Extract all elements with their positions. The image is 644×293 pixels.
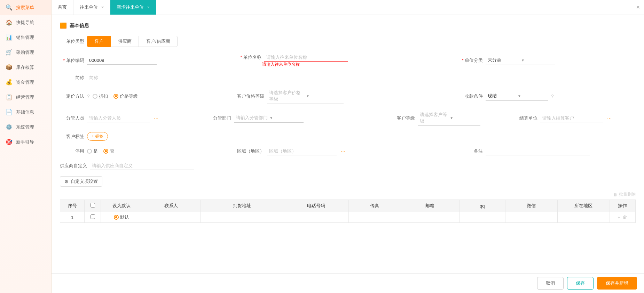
address-input[interactable]	[221, 215, 263, 220]
row-contact[interactable]	[142, 212, 200, 223]
region-more-btn[interactable]: ···	[339, 148, 347, 154]
sidebar-item-sales[interactable]: 📊 销售管理	[0, 30, 51, 45]
tab-home[interactable]: 首页	[52, 0, 73, 15]
sidebar-item-inventory[interactable]: 📦 库存核算	[0, 60, 51, 75]
operation-icon: 📋	[6, 94, 13, 100]
tab-new-partner[interactable]: 新增往来单位 ×	[110, 0, 156, 15]
wechat-input[interactable]	[519, 215, 543, 220]
row-email[interactable]	[401, 212, 459, 223]
customer-level-select[interactable]: 请选择客户等级 ▼	[418, 110, 480, 126]
pricing-help-icon[interactable]: ?	[87, 93, 90, 99]
unit-btn-both[interactable]: 客户/供应商	[139, 36, 178, 47]
department-select[interactable]: 请输入分管部门 ▼	[234, 113, 304, 123]
cancel-button[interactable]: 取消	[537, 277, 564, 290]
sidebar-item-label: 销售管理	[16, 34, 34, 41]
row-region[interactable]	[557, 212, 610, 223]
batch-delete-button[interactable]: 🗑 批量删除	[613, 192, 636, 197]
row-phone[interactable]	[284, 212, 348, 223]
row-wechat[interactable]	[505, 212, 557, 223]
unit-category-select[interactable]: 未分类 ▼	[486, 56, 555, 65]
sidebar-item-purchase[interactable]: 🛒 采购管理	[0, 45, 51, 60]
payment-terms-label: 收款条件	[458, 93, 483, 99]
col-checkbox[interactable]	[85, 200, 101, 212]
settlement-unit-more-btn[interactable]: ···	[606, 115, 613, 121]
customer-level-label: 客户等级	[391, 115, 415, 121]
contact-input[interactable]	[157, 215, 185, 220]
unit-btn-customer[interactable]: 客户	[87, 36, 111, 47]
payment-terms-select[interactable]: 现结 ▼	[486, 91, 548, 101]
unit-name-input[interactable]	[264, 53, 348, 62]
short-name-input[interactable]	[87, 74, 157, 82]
manager-input[interactable]	[87, 114, 150, 122]
sidebar-item-quick-nav[interactable]: 🏠 快捷导航	[0, 15, 51, 30]
save-button[interactable]: 保存	[567, 277, 594, 290]
sidebar-item-label: 采购管理	[16, 49, 34, 56]
disabled-yes-label: 是	[93, 148, 98, 154]
remark-input[interactable]	[486, 147, 590, 155]
sidebar-item-basic-info[interactable]: 📄 基础信息	[0, 105, 51, 120]
basic-info-icon: 📄	[6, 109, 13, 115]
tab-new-partner-label: 新增往来单位	[117, 4, 144, 10]
sidebar-item-search[interactable]: 🔍 搜索菜单	[0, 0, 51, 15]
row-checkbox[interactable]	[91, 214, 95, 219]
inventory-icon: 📦	[6, 64, 13, 71]
row-qq[interactable]	[459, 212, 505, 223]
main-area: 首页 往来单位 × 新增往来单位 × × 🟧 基本信息 单位类型 客户 供应商 …	[52, 0, 644, 293]
row-default-cell[interactable]: 默认	[101, 212, 142, 223]
search-icon: 🔍	[6, 4, 13, 11]
unit-code-input[interactable]	[87, 56, 157, 65]
pricing-method-group: 定价方法 ? 折扣 价格等级	[60, 93, 237, 99]
payment-terms-value: 现结	[488, 93, 516, 99]
disabled-no[interactable]: 否	[103, 148, 114, 154]
finance-icon: 💰	[6, 79, 13, 86]
sidebar-item-operation[interactable]: 📋 经营管理	[0, 90, 51, 105]
customer-tag-label: 客户标签	[60, 133, 84, 140]
row-index: 1	[60, 212, 85, 223]
sidebar-item-label: 系统管理	[16, 124, 34, 130]
payment-terms-help-icon[interactable]: ?	[551, 93, 554, 99]
manager-more-btn[interactable]: ···	[152, 115, 160, 121]
sidebar-item-finance[interactable]: 💰 资金管理	[0, 75, 51, 90]
tab-partner[interactable]: 往来单位 ×	[73, 0, 110, 15]
email-input[interactable]	[416, 215, 444, 220]
sidebar-item-guide[interactable]: 🎯 新手引导	[0, 135, 51, 149]
supplier-custom-input[interactable]	[90, 162, 194, 170]
row-fax[interactable]	[349, 212, 401, 223]
add-row-btn[interactable]: +	[618, 214, 620, 220]
customer-price-level-group: 客户价格等级 请选择客户价格等级 ▼	[237, 88, 458, 104]
pricing-radio-level[interactable]: 价格等级	[113, 93, 138, 99]
row-address[interactable]	[200, 212, 284, 223]
add-tag-button[interactable]: + 标签	[87, 132, 108, 141]
batch-delete-icon: 🗑	[613, 192, 618, 197]
default-radio[interactable]: 默认	[103, 214, 139, 220]
sidebar-item-label: 快捷导航	[16, 19, 34, 26]
region-input-cell[interactable]	[571, 215, 596, 220]
save-and-new-button[interactable]: 保存并新增	[597, 277, 637, 290]
customer-price-level-select[interactable]: 请选择客户价格等级 ▼	[267, 88, 344, 104]
unit-type-buttons: 客户 供应商 客户/供应商	[87, 36, 178, 47]
row-checkbox-cell[interactable]	[85, 212, 101, 223]
global-close-button[interactable]: ×	[636, 4, 640, 11]
disabled-group: 停用 是 否	[60, 148, 237, 154]
col-default: 设为默认	[101, 200, 142, 212]
region-label: 区域（地区）	[237, 148, 264, 154]
short-name-label: 简称	[60, 75, 84, 81]
region-input[interactable]	[267, 147, 337, 155]
settlement-unit-input[interactable]	[540, 114, 603, 122]
sidebar-item-system[interactable]: ⚙️ 系统管理	[0, 120, 51, 135]
customer-level-arrow: ▼	[450, 116, 478, 120]
select-all-checkbox[interactable]	[91, 203, 95, 207]
delete-row-btn[interactable]: 🗑	[622, 214, 627, 220]
short-name-row: 简称	[60, 74, 636, 82]
unit-btn-supplier[interactable]: 供应商	[111, 36, 139, 47]
contact-table-section: 🗑 批量删除 序号 设为默认 联系人 到货地址 电话号码 传真 邮箱 qq	[60, 192, 636, 223]
tab-new-partner-close[interactable]: ×	[147, 5, 150, 10]
discount-label: 折扣	[99, 93, 108, 99]
qq-input[interactable]	[472, 215, 493, 220]
tab-partner-close[interactable]: ×	[101, 5, 104, 10]
fax-input[interactable]	[362, 215, 387, 220]
pricing-radio-discount[interactable]: 折扣	[93, 93, 108, 99]
phone-input[interactable]	[300, 215, 332, 220]
disabled-yes[interactable]: 是	[87, 148, 98, 154]
custom-settings-button[interactable]: ⚙ 自定义项设置	[60, 176, 102, 187]
